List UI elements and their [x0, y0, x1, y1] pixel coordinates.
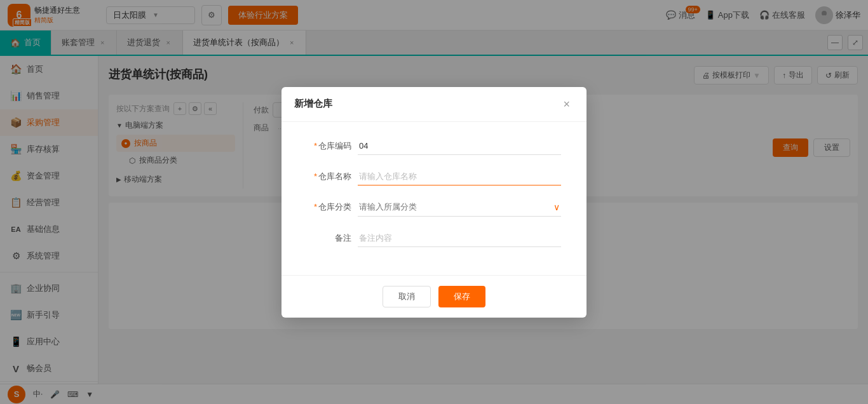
warehouse-category-row: 仓库分类 ∨: [307, 198, 561, 217]
warehouse-remark-row: 备注: [307, 229, 561, 247]
warehouse-code-row: 仓库编码: [307, 137, 561, 155]
modal-body: 仓库编码 仓库名称 仓库分类 ∨ 备注: [281, 122, 587, 275]
warehouse-code-input[interactable]: [358, 137, 561, 155]
modal-overlay: 新增仓库 × 仓库编码 仓库名称 仓库分类 ∨ 备注: [0, 0, 868, 404]
warehouse-name-row: 仓库名称: [307, 168, 561, 185]
modal-header: 新增仓库 ×: [281, 87, 587, 122]
category-label: 仓库分类: [307, 201, 358, 213]
category-input[interactable]: [359, 202, 553, 212]
remark-label: 备注: [307, 232, 358, 244]
warehouse-remark-input[interactable]: [358, 229, 561, 247]
modal-footer: 取消 保存: [281, 275, 587, 318]
code-label: 仓库编码: [307, 140, 358, 152]
cancel-button[interactable]: 取消: [383, 286, 431, 307]
warehouse-name-input[interactable]: [358, 168, 561, 185]
category-dropdown-arrow: ∨: [553, 202, 560, 212]
modal-close-button[interactable]: ×: [559, 97, 574, 111]
save-button[interactable]: 保存: [438, 286, 485, 307]
category-select[interactable]: ∨: [358, 198, 561, 217]
name-label: 仓库名称: [307, 171, 358, 182]
modal-title: 新增仓库: [294, 98, 332, 110]
add-warehouse-modal: 新增仓库 × 仓库编码 仓库名称 仓库分类 ∨ 备注: [281, 87, 587, 318]
